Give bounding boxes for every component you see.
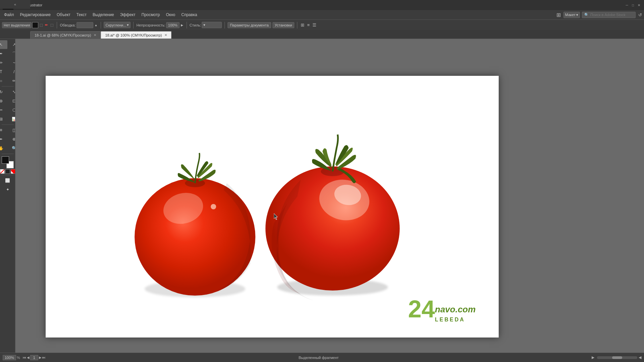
style-dropdown[interactable]: ▾ [202, 22, 222, 28]
none-swatch[interactable] [0, 169, 5, 174]
pen-tool[interactable]: ✒ [0, 49, 7, 58]
fill-options-icon[interactable]: ⬚ [39, 22, 43, 28]
graph-tool[interactable]: 📊 [8, 115, 15, 123]
search-icon: 🔍 [584, 13, 589, 17]
selection-label: Нет выделения [4, 23, 30, 27]
adobe-stock-search[interactable]: 🔍 [582, 12, 636, 18]
fg-bg-color-selector[interactable] [2, 156, 14, 168]
title-bar: Ai Adobe Illustrator ─ □ ✕ [0, 0, 644, 10]
stroke-input[interactable] [77, 22, 93, 28]
align-icon[interactable]: ≡ [306, 22, 310, 28]
menu-effect[interactable]: Эффект [117, 11, 138, 18]
menu-view[interactable]: Просмотр [139, 11, 163, 18]
page-next-button[interactable]: ▶ [39, 356, 42, 359]
fill-color-box[interactable] [32, 22, 38, 28]
menu-help[interactable]: Справка [179, 11, 200, 18]
svg-point-3 [211, 204, 216, 209]
symbol-tool[interactable]: ✦ [1, 185, 14, 194]
arrange-icon[interactable]: ⊞ [300, 22, 305, 28]
page-last-button[interactable]: ⏭ [42, 356, 46, 359]
hand-tool[interactable]: ✋ [0, 144, 7, 153]
curvature-tool[interactable]: ⌒ [8, 49, 15, 58]
direct-select-tool[interactable]: ↗ [8, 40, 15, 49]
svg-text:2: 2 [408, 296, 422, 322]
svg-text:4: 4 [422, 296, 435, 322]
color-area [0, 156, 15, 174]
red-swatch[interactable] [11, 169, 15, 174]
menu-file[interactable]: Файл [1, 11, 17, 18]
gradient-tool[interactable]: ◫ [8, 126, 15, 135]
panel-collapse-icon[interactable]: « [14, 2, 16, 6]
maximize-button[interactable]: □ [631, 3, 635, 7]
page-first-button[interactable]: ⏮ [23, 356, 26, 359]
page-prev-button[interactable]: ◀ [27, 356, 30, 359]
tool-sep-4 [2, 175, 14, 175]
svg-text:navo.com: navo.com [435, 304, 476, 314]
artboard[interactable]: 2 4 navo.com LEBEDA [46, 76, 499, 338]
tab-file1-close[interactable]: ✕ [94, 33, 96, 37]
close-button[interactable]: ✕ [637, 3, 641, 7]
stroke-label: Обводка: [60, 23, 76, 27]
view-options-icon[interactable]: ☰ [312, 22, 317, 28]
settings-button[interactable]: Установки [273, 22, 295, 28]
blend-tool[interactable]: ⊕ [8, 135, 15, 144]
scale-tool[interactable]: ⤡ [8, 88, 15, 96]
zoom-input[interactable] [3, 355, 16, 360]
stroke-pen-icon[interactable]: ✒ [44, 22, 49, 28]
stroke-up-icon[interactable]: ▲ [94, 23, 98, 28]
opacity-input[interactable] [166, 22, 180, 28]
mesh-tool[interactable]: ✳ [0, 126, 7, 135]
menu-edit[interactable]: Редактирование [17, 11, 53, 18]
tomatoes-illustration: 2 4 navo.com LEBEDA [46, 76, 499, 338]
tab-bar: « 18-1.ai @ 68% (CMYK/Просмотр) ✕ 18.ai*… [0, 30, 644, 39]
tab-file2-label: 18.ai* @ 100% (CMYK/Просмотр) [105, 33, 162, 37]
free-transform-tool[interactable]: ⊡ [8, 97, 15, 105]
select-tool[interactable]: ↖ [0, 40, 7, 49]
status-arrow-icon[interactable]: ▶ [592, 355, 594, 360]
live-paint-tool[interactable]: ⬡ [8, 106, 15, 114]
menu-text[interactable]: Текст [74, 11, 89, 18]
zoom-tool[interactable]: 🔍 [8, 144, 15, 153]
opacity-arrow-icon[interactable]: ▶ [180, 23, 184, 28]
rotate-tool[interactable]: ↻ [0, 88, 7, 96]
black-swatch[interactable] [5, 169, 10, 174]
shape-builder-tool[interactable]: ✂ [0, 106, 7, 114]
corner-style-dropdown[interactable]: Скруглени... ▾ [104, 22, 131, 28]
type-tool[interactable]: T [0, 67, 7, 76]
tab-file2[interactable]: 18.ai* @ 100% (CMYK/Просмотр) ✕ [101, 31, 171, 39]
libraries-icon[interactable]: ⊞ [556, 11, 561, 19]
tab-file2-close[interactable]: ✕ [164, 33, 167, 37]
color-swatches [0, 169, 15, 174]
tool-sep-3 [2, 154, 14, 154]
canvas-area[interactable]: 2 4 navo.com LEBEDA [15, 39, 644, 353]
artboard-tool[interactable]: ⬜ [1, 176, 14, 185]
menu-object[interactable]: Объект [54, 11, 73, 18]
scroll-thumb[interactable] [612, 356, 622, 359]
selection-dropdown[interactable]: Нет выделения [2, 22, 32, 28]
separator-6 [297, 22, 297, 29]
minimize-button[interactable]: ─ [625, 3, 629, 7]
line-tool[interactable]: / [8, 67, 15, 76]
scroll-right-icon[interactable]: ◀ [639, 355, 641, 360]
separator-4 [187, 22, 187, 29]
eyedropper-tool[interactable]: ✒ [0, 135, 7, 144]
sync-icon[interactable]: ↺ [638, 12, 643, 18]
page-number-input[interactable] [30, 355, 38, 360]
maket-dropdown[interactable]: Макет ▾ [563, 12, 580, 18]
perspective-tool[interactable]: ⊞ [0, 115, 7, 123]
fg-color-box[interactable] [2, 156, 9, 164]
corner-chevron-icon: ▾ [127, 23, 129, 27]
warp-tool[interactable]: ⊛ [0, 97, 7, 105]
stroke-options-icon[interactable]: ⬚ [50, 22, 54, 28]
pencil-tool[interactable]: ✏ [0, 58, 7, 67]
doc-params-button[interactable]: Параметры документа [228, 22, 271, 28]
ellipse-tool[interactable]: ○ [0, 76, 7, 85]
scroll-bar[interactable] [597, 356, 637, 359]
smooth-tool[interactable]: ~ [8, 58, 15, 67]
paintbrush-tool[interactable]: ✏ [8, 76, 15, 85]
adobe-stock-search-input[interactable] [590, 13, 634, 17]
menu-select[interactable]: Выделение [90, 11, 117, 18]
menu-window[interactable]: Окно [163, 11, 178, 18]
maket-label: Макет [565, 13, 576, 17]
tab-file1[interactable]: 18-1.ai @ 68% (CMYK/Просмотр) ✕ [30, 31, 101, 39]
